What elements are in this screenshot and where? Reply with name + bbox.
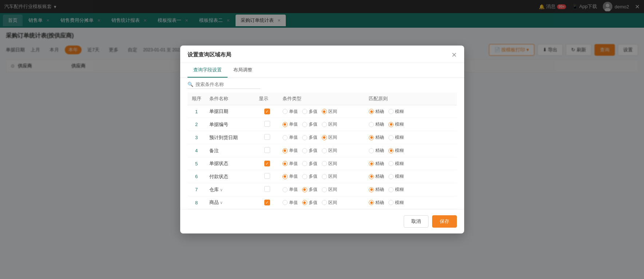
modal-header: 设置查询区域布局 ✕ bbox=[180, 46, 464, 63]
modal-dialog: 设置查询区域布局 ✕ 查询字段设置 布局调整 🔍 bbox=[180, 46, 464, 77]
modal-close-button[interactable]: ✕ bbox=[451, 52, 457, 58]
modal-tabs: 查询字段设置 布局调整 bbox=[180, 63, 464, 77]
modal-tab-layout[interactable]: 布局调整 bbox=[228, 63, 258, 77]
modal-tab-query-fields[interactable]: 查询字段设置 bbox=[187, 63, 228, 77]
modal-title: 设置查询区域布局 bbox=[187, 51, 231, 58]
modal-overlay: 设置查询区域布局 ✕ 查询字段设置 布局调整 🔍 bbox=[0, 0, 644, 77]
